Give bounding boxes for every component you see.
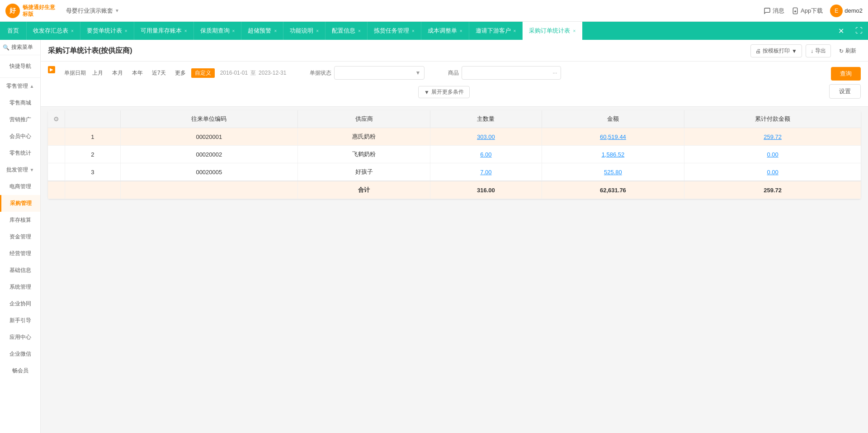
tab-pick-task[interactable]: 拣货任务管理 × (368, 22, 421, 40)
page-title: 采购订单统计表(按供应商) (48, 46, 132, 56)
close-icon[interactable]: × (316, 29, 319, 33)
tab-home[interactable]: 首页 (0, 22, 27, 40)
cell-row-num: 1 (65, 128, 121, 146)
export-button[interactable]: ↓ 导出 (806, 44, 831, 57)
close-tab-btn[interactable]: ✕ (832, 22, 850, 40)
maximize-btn[interactable]: ⛶ (850, 22, 868, 40)
close-icon[interactable]: × (71, 29, 74, 33)
cell-settings (48, 146, 65, 163)
tab-collect-send[interactable]: 收发存汇总表 × (27, 22, 80, 40)
goods-input[interactable]: ··· (462, 66, 561, 80)
close-icon[interactable]: × (125, 29, 127, 33)
shortcut-more[interactable]: 更多 (171, 68, 189, 78)
cell-settings (48, 163, 65, 181)
sidebar-item-finance[interactable]: 资金管理 (0, 228, 40, 245)
settings-button[interactable]: 设置 (829, 84, 861, 99)
col-main-qty: 主数量 (430, 110, 542, 128)
cell-amount: 60,519.44 (542, 128, 684, 146)
chevron-icon: ▲ (30, 84, 34, 89)
nav-tabs-end: ✕ ⛶ (832, 22, 868, 40)
page-header: 采购订单统计表(按供应商) 🖨 按模板打印 ▼ ↓ 导出 ↻ 刷新 (41, 40, 868, 62)
app-download-action[interactable]: App下载 (792, 7, 823, 15)
sidebar-item-inventory[interactable]: 库存核算 (0, 212, 40, 228)
shortcut-last-month[interactable]: 上月 (89, 68, 107, 78)
sidebar-item-purchase[interactable]: 采购管理 (0, 195, 40, 212)
filter-goods: 商品 ··· (448, 66, 561, 80)
date-shortcuts: 上月 本月 本年 近7天 更多 自定义 (89, 68, 215, 78)
sidebar-item-ecommerce[interactable]: 电商管理 (0, 178, 40, 195)
tab-oversupply[interactable]: 超储预警 × (241, 22, 283, 40)
shortcut-this-month[interactable]: 本月 (108, 68, 127, 78)
sidebar-item-retail-stats[interactable]: 零售统计 (0, 145, 40, 162)
shortcut-7days[interactable]: 近7天 (148, 68, 170, 78)
tab-config-info[interactable]: 配置信息 × (326, 22, 368, 40)
workspace-selector[interactable]: 母婴行业演示账套 ▼ (66, 7, 119, 15)
close-icon[interactable]: × (412, 29, 415, 33)
main-layout: 🔍 搜索菜单 快捷导航 零售管理 ▲ 零售商城 营销推广 会员中心 零售统计 批… (0, 40, 868, 433)
close-icon[interactable]: × (514, 29, 516, 33)
table-row: 3 00020005 好孩子 7.00 525.80 0.00 (48, 163, 861, 181)
close-icon[interactable]: × (460, 29, 462, 33)
sidebar-item-sys-mgmt[interactable]: 系统管理 (0, 279, 40, 295)
close-icon[interactable]: × (274, 29, 277, 33)
cell-main-qty: 6.00 (430, 146, 542, 163)
sidebar-item-enterprise[interactable]: 企业协同 (0, 295, 40, 312)
sidebar-item-member2[interactable]: 畅会员 (0, 362, 40, 379)
footer-settings (48, 181, 65, 199)
content-area: 采购订单统计表(按供应商) 🖨 按模板打印 ▼ ↓ 导出 ↻ 刷新 (41, 40, 868, 433)
sidebar-quick-nav: 快捷导航 (0, 55, 40, 78)
col-unit-code: 往来单位编码 (120, 110, 297, 128)
sidebar-item-enterprise-wechat[interactable]: 企业微信 (0, 346, 40, 362)
chevron-down-icon: ▼ (424, 89, 429, 95)
tab-expiry-query[interactable]: 保质期查询 × (194, 22, 242, 40)
tab-cost-adjust[interactable]: 成本调整单 × (421, 22, 469, 40)
status-select[interactable]: ▼ (334, 66, 425, 80)
filter-bar: ▶ 单据日期 上月 本月 本年 近7天 更多 自定义 (41, 62, 868, 107)
cell-paid-amount: 0.00 (684, 146, 861, 163)
chevron-down-icon: ▼ (792, 48, 797, 54)
sidebar-item-operations[interactable]: 经营管理 (0, 245, 40, 262)
page-title-row: 采购订单统计表(按供应商) 🖨 按模板打印 ▼ ↓ 导出 ↻ 刷新 (48, 44, 861, 57)
shortcut-this-year[interactable]: 本年 (128, 68, 146, 78)
cell-amount: 525.80 (542, 163, 684, 181)
gear-icon[interactable]: ⚙ (53, 115, 59, 123)
tab-invite-downstream[interactable]: 邀请下游客户 × (469, 22, 523, 40)
expand-filters-btn[interactable]: ▶ (48, 66, 55, 73)
tab-purchase-summary[interactable]: 采购订单统计表 × (523, 22, 582, 40)
shortcut-custom[interactable]: 自定义 (191, 68, 215, 78)
close-icon[interactable]: × (358, 29, 361, 33)
sidebar-item-base-info[interactable]: 基础信息 (0, 262, 40, 279)
avatar: E (830, 5, 843, 17)
table-header-row: ⚙ 往来单位编码 供应商 主数量 金额 累计付款金额 (48, 110, 861, 128)
close-icon[interactable]: × (184, 29, 187, 33)
chevron-down-icon: ▼ (415, 70, 421, 76)
cell-supplier: 飞鹤奶粉 (297, 146, 430, 163)
tab-available-stock[interactable]: 可用量库存账本 × (134, 22, 194, 40)
print-button[interactable]: 🖨 按模板打印 ▼ (750, 44, 802, 57)
sidebar-item-retail-mall[interactable]: 零售商城 (0, 95, 40, 111)
sidebar-item-marketing[interactable]: 营销推广 (0, 111, 40, 128)
footer-main-qty: 316.00 (430, 181, 542, 199)
close-icon[interactable]: × (232, 29, 235, 33)
sidebar-item-retail[interactable]: 零售管理 ▲ (0, 78, 40, 95)
close-icon[interactable]: × (573, 29, 576, 33)
user-profile[interactable]: E demo2 (830, 5, 863, 17)
tab-goods-summary[interactable]: 要货单统计表 × (80, 22, 134, 40)
expand-filters-button[interactable]: ▼ 展开更多条件 (418, 86, 470, 98)
refresh-button[interactable]: ↻ 刷新 (835, 45, 861, 57)
print-icon: 🖨 (755, 48, 761, 54)
sidebar-item-wholesale[interactable]: 批发管理 ▼ (0, 162, 40, 178)
col-row-num (65, 110, 121, 128)
sidebar-item-new-guide[interactable]: 新手引导 (0, 312, 40, 329)
sidebar-search[interactable]: 🔍 搜索菜单 (0, 40, 40, 55)
sidebar: 🔍 搜索菜单 快捷导航 零售管理 ▲ 零售商城 营销推广 会员中心 零售统计 批… (0, 40, 41, 433)
col-amount: 金额 (542, 110, 684, 128)
query-button[interactable]: 查询 (831, 67, 861, 81)
sidebar-item-member[interactable]: 会员中心 (0, 128, 40, 145)
message-action[interactable]: 消息 (764, 7, 784, 15)
sidebar-item-quick-nav[interactable]: 快捷导航 (0, 58, 40, 75)
tab-feature-desc[interactable]: 功能说明 × (283, 22, 326, 40)
footer-amount: 62,631.76 (542, 181, 684, 199)
cell-unit-code: 00020002 (120, 146, 297, 163)
sidebar-item-app-center[interactable]: 应用中心 (0, 329, 40, 346)
